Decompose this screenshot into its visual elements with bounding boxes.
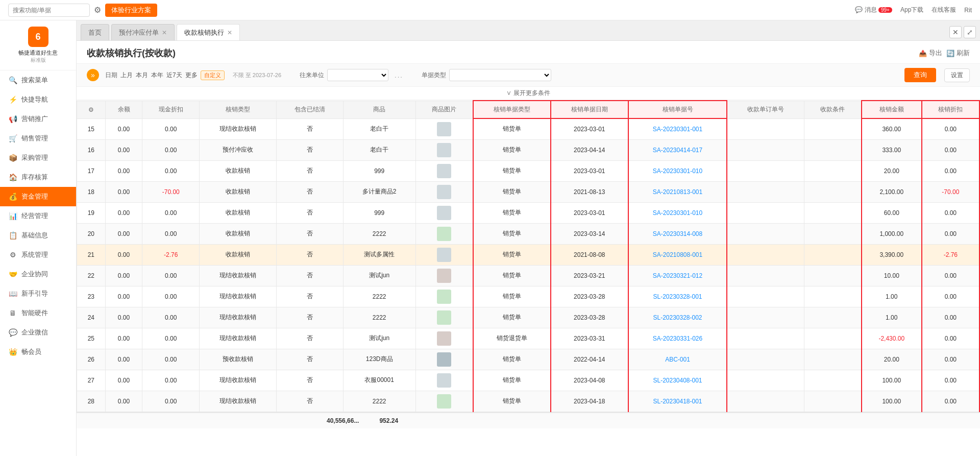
cell-settled: 否 (276, 349, 343, 370)
sidebar-item-search[interactable]: 🔍 搜索菜单 (0, 70, 76, 90)
tab-collection-label: 收款核销执行 (184, 28, 224, 37)
cell-amount: 1,000.00 (862, 223, 922, 244)
cell-balance: 0.00 (105, 118, 142, 139)
tab-bar-actions: ✕ ⤢ (949, 26, 976, 40)
cell-bill-type: 销货单 (473, 349, 551, 370)
cell-bill-no[interactable]: SA-20230414-017 (628, 139, 727, 160)
cell-amount: 60.00 (862, 202, 922, 223)
filter-last-month[interactable]: 上月 (120, 71, 133, 80)
cell-bill-date: 2023-03-31 (551, 328, 628, 349)
export-button[interactable]: 📤 导出 (919, 49, 942, 58)
cell-cash-discount: 0.00 (142, 139, 200, 160)
expand-conditions-button[interactable]: ∨ 展开更多条件 (506, 89, 550, 98)
cell-order-no (727, 307, 804, 328)
filter-7days[interactable]: 近7天 (166, 71, 182, 80)
sidebar-label-quick: 快捷导航 (21, 95, 48, 104)
sidebar-item-guide[interactable]: 📖 新手引导 (0, 284, 76, 303)
tab-prepaid[interactable]: 预付冲应付单 ✕ (111, 24, 175, 40)
sidebar-item-collab[interactable]: 🤝 企业协同 (0, 265, 76, 284)
sidebar-item-business[interactable]: 📊 经营管理 (0, 206, 76, 226)
sidebar-item-basic[interactable]: 📋 基础信息 (0, 226, 76, 245)
cell-cash-discount: 0.00 (142, 286, 200, 307)
cell-goods: 测试jun (343, 328, 415, 349)
sidebar-item-hardware[interactable]: 🖥 智能硬件 (0, 303, 76, 323)
sidebar-item-sales[interactable]: 🛒 销售管理 (0, 129, 76, 148)
sidebar-item-quick[interactable]: ⚡ 快捷导航 (0, 90, 76, 109)
tab-expand-button[interactable]: ⤢ (964, 26, 976, 38)
cell-balance: 0.00 (105, 223, 142, 244)
search-icon: 🔍 (8, 76, 17, 85)
col-goods: 商品 (343, 101, 415, 118)
filter-receipt-type-select[interactable] (449, 69, 551, 81)
cell-amount: 20.00 (862, 349, 922, 370)
cell-cash-discount: -2.76 (142, 244, 200, 265)
cell-balance: 0.00 (105, 307, 142, 328)
cell-goods-img (415, 118, 473, 139)
gear-icon[interactable]: ⚙ (94, 5, 101, 15)
table-container[interactable]: ⚙ 余额 现金折扣 核销类型 包含已结清 商品 商品图片 核销单据类型 核销单据… (77, 100, 980, 456)
cell-cash-discount: 0.00 (142, 349, 200, 370)
sidebar-item-member[interactable]: 👑 畅会员 (0, 342, 76, 362)
page-actions: 📤 导出 🔄 刷新 (919, 49, 970, 58)
cell-condition (804, 328, 861, 349)
cell-bill-no[interactable]: SA-20230301-001 (628, 118, 727, 139)
cell-bill-no[interactable]: SA-20210808-001 (628, 244, 727, 265)
system-icon: ⚙ (8, 250, 17, 259)
cell-bill-date: 2021-08-13 (551, 181, 628, 202)
cell-order-no (727, 181, 804, 202)
cell-goods: 2222 (343, 223, 415, 244)
cell-bill-no[interactable]: SA-20230321-012 (628, 265, 727, 286)
cell-bill-date: 2022-04-14 (551, 349, 628, 370)
search-input[interactable] (8, 4, 90, 17)
tab-collection-close[interactable]: ✕ (227, 29, 232, 36)
cell-bill-no[interactable]: SL-20230328-001 (628, 286, 727, 307)
cell-settled: 否 (276, 244, 343, 265)
cell-bill-no[interactable]: SA-20230301-010 (628, 160, 727, 181)
marketing-icon: 📢 (8, 114, 17, 124)
filter-from-unit-select[interactable] (327, 69, 388, 81)
col-condition: 收款条件 (804, 101, 861, 118)
tab-prepaid-close[interactable]: ✕ (162, 29, 167, 36)
filter-more[interactable]: 更多 (185, 71, 198, 80)
cell-bill-no[interactable]: SA-20210813-001 (628, 181, 727, 202)
cell-row-num: 15 (77, 118, 106, 139)
cell-condition (804, 202, 861, 223)
filter-custom-btn[interactable]: 自定义 (201, 70, 225, 80)
cell-bill-no[interactable]: SL-20230418-001 (628, 391, 727, 412)
online-service-link[interactable]: 在线客服 (932, 6, 956, 14)
col-order-no: 收款单订单号 (727, 101, 804, 118)
solution-button[interactable]: 体验行业方案 (105, 4, 157, 17)
table-row: 22 0.00 0.00 现结收款核销 否 测试jun 销货单 2023-03-… (77, 265, 980, 286)
filter-settings-button[interactable]: 设置 (944, 68, 970, 82)
filter-this-month[interactable]: 本月 (136, 71, 148, 80)
sidebar-item-marketing[interactable]: 📢 营销推广 (0, 109, 76, 129)
cell-bill-no[interactable]: SA-20230331-026 (628, 328, 727, 349)
cell-order-no (727, 265, 804, 286)
cell-bill-no[interactable]: SA-20230314-008 (628, 223, 727, 244)
cell-bill-no[interactable]: ABC-001 (628, 349, 727, 370)
filter-this-year[interactable]: 本年 (151, 71, 163, 80)
sidebar-item-system[interactable]: ⚙ 系统管理 (0, 245, 76, 265)
sidebar-label-sales: 销售管理 (21, 134, 48, 143)
cell-settled: 否 (276, 160, 343, 181)
cell-goods-img (415, 328, 473, 349)
sidebar-item-inventory[interactable]: 🏠 库存核算 (0, 167, 76, 187)
tab-collection[interactable]: 收款核销执行 ✕ (177, 24, 240, 40)
message-icon[interactable]: 💬 消息 99+ (855, 6, 892, 14)
col-settings[interactable]: ⚙ (77, 101, 106, 118)
refresh-button[interactable]: 🔄 刷新 (946, 49, 970, 58)
cell-settled: 否 (276, 223, 343, 244)
query-button[interactable]: 查询 (904, 68, 936, 82)
cell-bill-no[interactable]: SA-20230301-010 (628, 202, 727, 223)
sidebar-item-purchase[interactable]: 📦 采购管理 (0, 148, 76, 167)
cell-bill-no[interactable]: SL-20230328-002 (628, 307, 727, 328)
sidebar-item-finance[interactable]: 💰 资金管理 (0, 187, 76, 206)
tab-home[interactable]: 首页 (81, 24, 109, 40)
cell-type: 现结收款核销 (200, 328, 277, 349)
cell-bill-no[interactable]: SL-20230408-001 (628, 370, 727, 391)
app-download-link[interactable]: App下载 (900, 6, 923, 14)
filter-toggle-button[interactable]: » (87, 69, 99, 81)
cell-order-no (727, 370, 804, 391)
sidebar-item-wechat[interactable]: 💬 企业微信 (0, 323, 76, 342)
tab-close-all-button[interactable]: ✕ (949, 26, 962, 38)
